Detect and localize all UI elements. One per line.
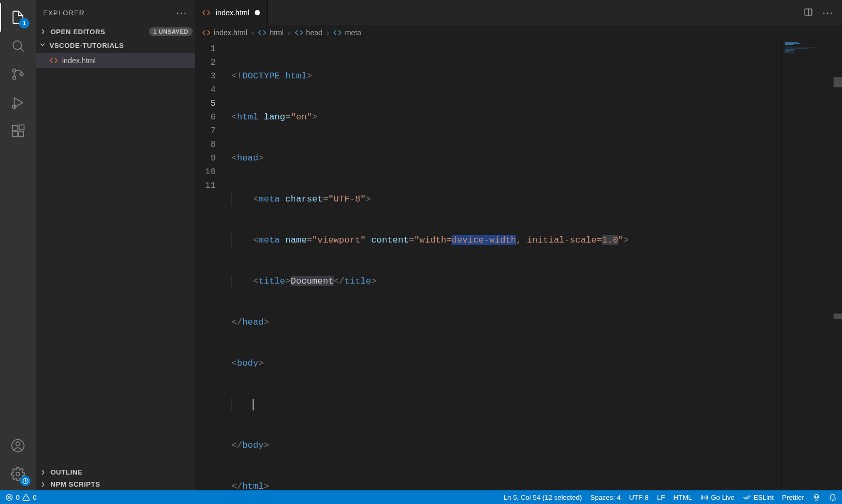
- svg-rect-10: [19, 125, 24, 129]
- activity-source-control[interactable]: [0, 60, 36, 88]
- crumb-head[interactable]: head: [295, 28, 323, 37]
- svg-point-0: [13, 41, 22, 49]
- sidebar-actions-more[interactable]: ···: [176, 7, 187, 18]
- svg-line-1: [21, 48, 23, 51]
- search-icon: [11, 38, 25, 53]
- chevron-right-icon: [39, 28, 47, 35]
- split-editor-icon: [804, 7, 813, 17]
- svg-point-22: [704, 497, 705, 498]
- sidebar-header: EXPLORER ···: [36, 0, 195, 25]
- activity-bar: 1: [0, 0, 36, 490]
- activity-explorer[interactable]: 1: [0, 3, 36, 32]
- status-errors-count: 0: [16, 493, 19, 501]
- line-number: 5: [195, 97, 216, 110]
- code-content[interactable]: <!DOCTYPE html> <html lang="en"> <head> …: [221, 40, 781, 490]
- open-editors-label: OPEN EDITORS: [51, 28, 105, 36]
- bell-icon: [829, 493, 837, 501]
- html-file-icon: [49, 56, 58, 65]
- explorer-badge: 1: [19, 18, 29, 28]
- line-number-gutter: 1 2 3 4 5 6 7 8 9 10 11: [195, 40, 221, 490]
- line-number: 2: [195, 56, 216, 69]
- sidebar-title: EXPLORER: [43, 9, 85, 17]
- svg-point-23: [814, 494, 819, 499]
- crumb-meta[interactable]: meta: [333, 28, 361, 37]
- text-cursor: [253, 399, 254, 410]
- tab-label: index.html: [216, 8, 249, 17]
- svg-point-13: [16, 472, 20, 476]
- symbol-icon: [258, 28, 266, 37]
- debug-icon: [11, 95, 25, 110]
- explorer-sidebar: EXPLORER ··· OPEN EDITORS 1 UNSAVED VSCO…: [36, 0, 195, 490]
- activity-settings[interactable]: [0, 460, 36, 488]
- outline-section[interactable]: OUTLINE: [36, 466, 195, 478]
- file-item-label: index.html: [62, 56, 96, 65]
- breadcrumbs[interactable]: index.html › html › head › meta: [195, 25, 842, 40]
- status-warnings-count: 0: [33, 493, 36, 501]
- tab-bar: index.html ···: [195, 0, 842, 25]
- status-language-mode[interactable]: HTML: [674, 493, 692, 501]
- svg-rect-7: [13, 126, 17, 130]
- npm-scripts-label: NPM SCRIPTS: [51, 480, 100, 488]
- error-icon: [5, 493, 13, 501]
- line-number: 9: [195, 152, 216, 165]
- crumb-sep: ›: [288, 28, 290, 37]
- broadcast-icon: [700, 493, 708, 501]
- activity-run-debug[interactable]: [0, 88, 36, 117]
- crumb-file[interactable]: index.html: [202, 28, 247, 37]
- activity-search[interactable]: [0, 32, 36, 60]
- crumb-sep: ›: [327, 28, 329, 37]
- chevron-down-icon: [39, 41, 46, 48]
- line-number: 11: [195, 179, 216, 193]
- chevron-right-icon: [39, 469, 47, 476]
- open-editors-section[interactable]: OPEN EDITORS 1 UNSAVED: [36, 25, 195, 38]
- outline-label: OUTLINE: [51, 468, 83, 476]
- account-icon: [11, 438, 25, 453]
- status-problems[interactable]: 0 0: [5, 493, 36, 501]
- crumb-label: meta: [345, 28, 361, 37]
- editor-actions-more[interactable]: ···: [823, 7, 834, 18]
- line-number: 8: [195, 138, 216, 152]
- status-eslint[interactable]: ESLint: [743, 493, 774, 501]
- crumb-html[interactable]: html: [258, 28, 283, 37]
- svg-rect-9: [18, 132, 23, 136]
- feedback-icon: [813, 493, 820, 501]
- settings-sync-badge: [20, 476, 31, 486]
- scrollbar[interactable]: [834, 40, 842, 490]
- status-go-live[interactable]: Go Live: [700, 493, 735, 501]
- editor-region: index.html ··· index.html › html: [195, 0, 842, 490]
- html-file-icon: [202, 28, 210, 37]
- file-item-index-html[interactable]: index.html: [36, 53, 195, 68]
- crumb-label: index.html: [214, 28, 247, 37]
- status-feedback[interactable]: [813, 493, 820, 501]
- line-number: 1: [195, 42, 216, 56]
- npm-scripts-section[interactable]: NPM SCRIPTS: [36, 478, 195, 490]
- check-all-icon: [743, 493, 751, 501]
- editor[interactable]: 1 2 3 4 5 6 7 8 9 10 11 <!DOCTYPE html> …: [195, 40, 842, 490]
- symbol-icon: [295, 28, 303, 37]
- status-cursor-position[interactable]: Ln 5, Col 54 (12 selected): [504, 493, 582, 501]
- line-number: 7: [195, 124, 216, 138]
- folder-section[interactable]: VSCODE-TUTORIALS: [36, 38, 195, 53]
- extensions-icon: [11, 124, 25, 138]
- crumb-label: html: [269, 28, 283, 37]
- status-indentation[interactable]: Spaces: 4: [590, 493, 621, 501]
- split-editor-button[interactable]: [804, 7, 813, 18]
- warning-icon: [22, 493, 30, 501]
- status-eol[interactable]: LF: [657, 493, 665, 501]
- status-notifications[interactable]: [829, 493, 837, 501]
- svg-rect-8: [13, 132, 17, 136]
- tab-index-html[interactable]: index.html: [195, 0, 268, 25]
- status-encoding[interactable]: UTF-8: [629, 493, 649, 501]
- line-number: 3: [195, 69, 216, 83]
- svg-point-25: [817, 496, 818, 497]
- activity-accounts[interactable]: [0, 431, 36, 460]
- unsaved-pill: 1 UNSAVED: [149, 27, 193, 36]
- status-prettier[interactable]: Prettier: [782, 493, 804, 501]
- svg-point-24: [816, 496, 816, 497]
- minimap[interactable]: [781, 40, 834, 490]
- chevron-right-icon: [39, 481, 47, 488]
- activity-extensions[interactable]: [0, 117, 36, 145]
- crumb-label: head: [306, 28, 323, 37]
- source-control-icon: [11, 67, 25, 82]
- line-number: 10: [195, 165, 216, 179]
